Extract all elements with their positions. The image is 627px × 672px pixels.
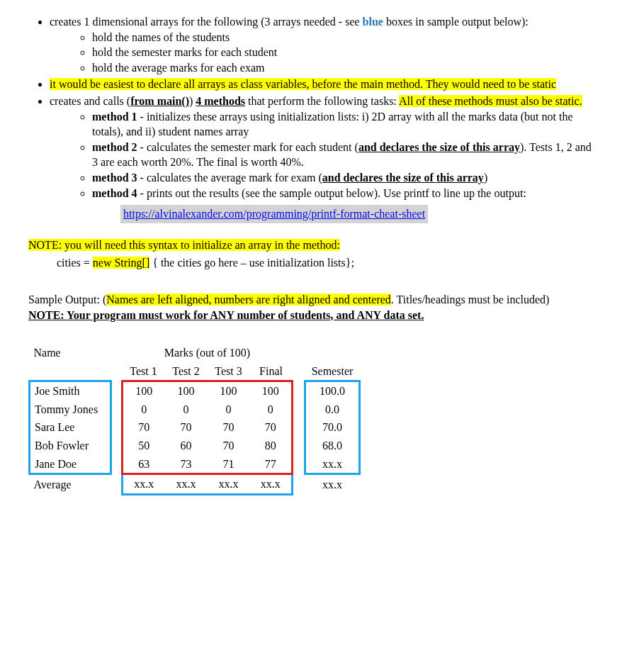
text: { the cities go here – use initializatio…: [149, 257, 354, 269]
table-row: Joe Smith 100 100 100 100 100.0: [30, 381, 360, 401]
link-block: https://alvinalexander.com/programming/p…: [120, 205, 428, 223]
method-4: method 4 - prints out the results (see t…: [92, 186, 599, 223]
avg-sem-cell: xx.x: [305, 474, 360, 495]
column-row: Test 1 Test 2 Test 3 Final Semester: [30, 362, 360, 381]
text: boxes in sample output below):: [383, 16, 529, 28]
method-2: method 2 - calculates the semester mark …: [92, 140, 599, 170]
avg-cell: xx.x: [123, 474, 165, 495]
sub-item: hold the semester marks for each student: [92, 45, 599, 60]
table-row: Tommy Jones 0 0 0 0 0.0: [30, 401, 360, 419]
cell: 70: [123, 418, 165, 437]
highlight: new String[]: [93, 257, 149, 269]
cell: 70: [250, 418, 293, 437]
cell: 77: [250, 455, 293, 474]
cell: 100: [123, 381, 165, 401]
text: - prints out the results (see the sample…: [137, 187, 526, 199]
student-name: Jane Doe: [30, 455, 111, 474]
col-test1: Test 1: [123, 362, 165, 381]
bullet-1: creates 1 dimensional arrays for the fol…: [50, 14, 599, 75]
cell: 0: [250, 401, 293, 419]
bullet-2: it would be easiest to declare all array…: [50, 77, 599, 92]
sub-item: hold the average marks for each exam: [92, 60, 599, 76]
cell: 70: [165, 418, 208, 437]
student-name: Bob Fowler: [30, 437, 111, 455]
avg-cell: xx.x: [208, 474, 250, 495]
sample-output-intro: Sample Output: (Names are left aligned, …: [28, 292, 599, 308]
text: cities =: [57, 257, 93, 269]
col-final: Final: [250, 362, 293, 381]
note-rest: : you will need this syntax to initializ…: [59, 239, 340, 251]
cell: 60: [165, 437, 208, 455]
average-row: Average xx.x xx.x xx.x xx.x xx.x: [30, 474, 360, 495]
highlight: NOTE: you will need this syntax to initi…: [28, 239, 340, 251]
student-name: Sara Lee: [30, 418, 111, 437]
sub-list-methods: method 1 - initializes these arrays usin…: [50, 109, 599, 223]
text: creates and calls (: [50, 95, 130, 107]
highlight: it would be easiest to declare all array…: [50, 78, 556, 90]
marks-table: Name Marks (out of 100) Test 1 Test 2 Te…: [28, 344, 361, 495]
cell: 71: [208, 455, 250, 474]
cell: 100: [250, 381, 293, 401]
method-1: method 1 - initializes these arrays usin…: [92, 109, 599, 140]
highlight: Names are left aligned, numbers are righ…: [106, 293, 391, 306]
cell: 80: [250, 437, 293, 455]
student-name: Joe Smith: [30, 381, 111, 401]
text: . Titles/headings must be included): [391, 293, 550, 306]
title-row: Name Marks (out of 100): [30, 344, 360, 362]
cell: 0: [208, 401, 250, 419]
semester-cell: 68.0: [305, 437, 360, 455]
cell: 63: [123, 455, 165, 474]
output-table-wrapper: Name Marks (out of 100) Test 1 Test 2 Te…: [28, 344, 599, 495]
cell: 0: [123, 401, 165, 419]
student-name: Tommy Jones: [30, 401, 111, 419]
text: Sample Output: (: [28, 293, 106, 306]
semester-cell: 100.0: [305, 381, 360, 401]
text: that perform the following tasks:: [245, 95, 399, 107]
marks-header: Marks (out of 100): [123, 344, 293, 362]
underline-bold: and declares the size of this array: [322, 172, 484, 184]
col-test3: Test 3: [208, 362, 250, 381]
col-test2: Test 2: [165, 362, 208, 381]
note-syntax: NOTE: you will need this syntax to initi…: [28, 237, 599, 253]
avg-cell: xx.x: [165, 474, 208, 495]
table-row: Sara Lee 70 70 70 70 70.0: [30, 418, 360, 437]
semester-cell: 70.0: [305, 418, 360, 437]
text: - calculates the semester mark for each …: [137, 141, 358, 153]
blue-word: blue: [363, 16, 383, 28]
method-3: method 3 - calculates the average mark f…: [92, 170, 599, 186]
text: - calculates the average mark for exam (: [137, 172, 322, 184]
table-row: Bob Fowler 50 60 70 80 68.0: [30, 437, 360, 455]
cell: 50: [123, 437, 165, 455]
semester-cell: 0.0: [305, 401, 360, 419]
printf-cheatsheet-link[interactable]: https://alvinalexander.com/programming/p…: [123, 208, 425, 220]
cell: 73: [165, 455, 208, 474]
note-label: NOTE: [28, 239, 59, 251]
cell: 70: [208, 418, 250, 437]
cell: 0: [165, 401, 208, 419]
bullet-3: creates and calls (from main()) 4 method…: [50, 94, 599, 223]
text: - initializes these arrays using initial…: [92, 111, 573, 138]
note-any-data: NOTE: Your program must work for ANY num…: [28, 308, 599, 323]
label: method 1: [92, 111, 137, 123]
sub-item: hold the names of the students: [92, 30, 599, 45]
main-bullet-list: creates 1 dimensional arrays for the fol…: [28, 14, 599, 223]
underline-bold: and declares the size of this array: [358, 141, 520, 153]
highlight: All of these methods must also be static…: [399, 95, 582, 107]
sub-list: hold the names of the students hold the …: [50, 30, 599, 76]
table-row: Jane Doe 63 73 71 77 xx.x: [30, 455, 360, 474]
average-label: Average: [30, 474, 111, 495]
text: creates 1 dimensional arrays for the fol…: [50, 16, 363, 28]
col-semester: Semester: [305, 362, 360, 381]
name-header: Name: [30, 344, 111, 362]
cell: 100: [208, 381, 250, 401]
label: method 4: [92, 187, 137, 199]
cities-example: cities = new String[] { the cities go he…: [57, 255, 599, 271]
label: method 3: [92, 172, 137, 184]
underline-bold: 4 methods: [196, 95, 245, 107]
underline-bold: NOTE: Your program must work for ANY num…: [28, 309, 424, 321]
semester-cell: xx.x: [305, 455, 360, 474]
underline-bold: from main(): [130, 95, 189, 107]
cell: 70: [208, 437, 250, 455]
text: ): [484, 172, 487, 184]
label: method 2: [92, 141, 137, 153]
